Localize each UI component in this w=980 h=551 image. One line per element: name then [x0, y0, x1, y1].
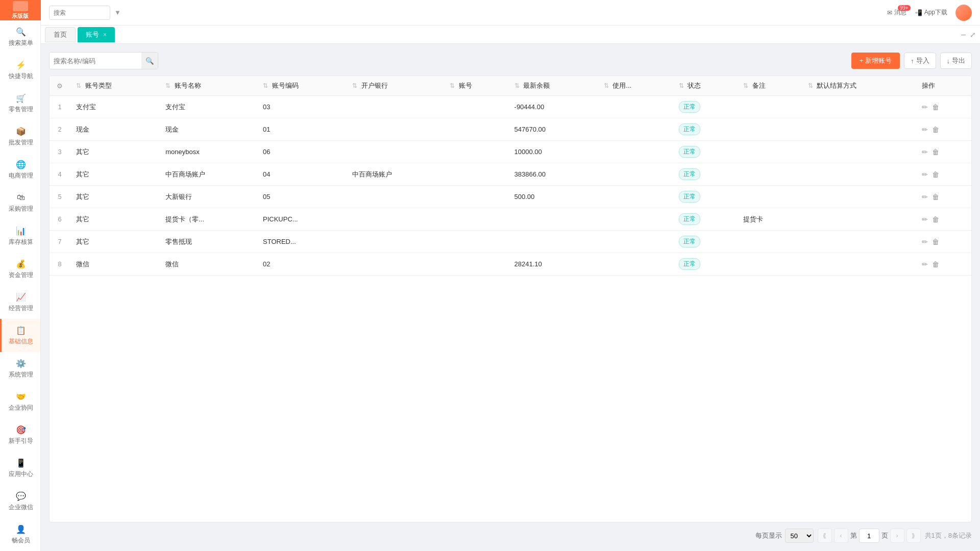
sidebar-item-member[interactable]: 👤 畅会员 [0, 518, 40, 551]
main-area: ▼ ✉ 消息 99+ 📲 App下载 首页 账号 × – ⤢ [41, 0, 980, 551]
col-status-label: 状态 [688, 82, 701, 89]
col-balance[interactable]: ⇅ 最新余额 [508, 76, 598, 96]
row-num: 5 [50, 186, 70, 208]
sidebar-item-label: 搜索菜单 [9, 39, 33, 47]
sidebar-item-label: 零售管理 [9, 105, 33, 114]
col-status[interactable]: ⇅ 状态 [673, 76, 738, 96]
sidebar-item-search-menu[interactable]: 🔍 搜索菜单 [0, 20, 40, 54]
topbar-right: ✉ 消息 99+ 📲 App下载 [887, 5, 972, 21]
tab-expand-icon[interactable]: ⤢ [970, 31, 976, 39]
row-code: PICKUPC... [257, 208, 346, 231]
edit-icon[interactable]: ✏ [922, 170, 928, 179]
row-remark [737, 253, 802, 276]
row-action: ✏ 🗑 [916, 118, 971, 141]
sidebar-item-ops-mgmt[interactable]: 📈 经营管理 [0, 286, 40, 319]
delete-icon[interactable]: 🗑 [932, 103, 939, 111]
sidebar-item-basic-info[interactable]: 📋 基础信息 [0, 319, 40, 352]
sidebar-item-retail-mgmt[interactable]: 🛒 零售管理 [0, 87, 40, 120]
import-label: 导入 [916, 56, 929, 65]
col-code[interactable]: ⇅ 账号编码 [257, 76, 346, 96]
status-badge: 正常 [679, 236, 700, 247]
tab-account[interactable]: 账号 × [78, 27, 115, 42]
sidebar-item-ecommerce-mgmt[interactable]: 🌐 电商管理 [0, 153, 40, 186]
tab-home[interactable]: 首页 [45, 27, 76, 42]
tabs-bar: 首页 账号 × – ⤢ [41, 26, 980, 44]
edit-icon[interactable]: ✏ [922, 148, 928, 156]
row-status: 正常 [673, 231, 738, 253]
logo-icon [13, 1, 28, 11]
sidebar-item-wholesale-mgmt[interactable]: 📦 批发管理 [0, 120, 40, 153]
sidebar-item-sys-mgmt[interactable]: ⚙️ 系统管理 [0, 352, 40, 385]
prev-page-button[interactable]: ‹ [834, 529, 848, 543]
row-bank [346, 186, 444, 208]
row-action: ✏ 🗑 [916, 253, 971, 276]
message-button[interactable]: ✉ 消息 99+ [887, 8, 906, 17]
edit-icon[interactable]: ✏ [922, 193, 928, 201]
row-remark [737, 141, 802, 163]
row-status: 正常 [673, 163, 738, 186]
sidebar-item-enterprise-wechat[interactable]: 💬 企业微信 [0, 485, 40, 518]
sidebar-item-enterprise-agreement[interactable]: 🤝 企业协同 [0, 385, 40, 418]
search-button[interactable]: 🔍 [141, 53, 158, 69]
row-name: 现金 [159, 118, 257, 141]
avatar[interactable] [955, 5, 972, 21]
per-page-select[interactable]: 50 100 200 [785, 529, 814, 543]
col-bank[interactable]: ⇅ 开户银行 [346, 76, 444, 96]
row-usage [598, 118, 673, 141]
total-info: 共1页，8条记录 [925, 531, 972, 540]
delete-icon[interactable]: 🗑 [932, 148, 939, 156]
topbar-dropdown-icon[interactable]: ▼ [114, 9, 121, 16]
edit-icon[interactable]: ✏ [922, 238, 928, 246]
row-balance: 10000.00 [508, 141, 598, 163]
export-button[interactable]: ↓ 导出 [940, 53, 972, 69]
sidebar-item-purchase-mgmt[interactable]: 🛍 采购管理 [0, 186, 40, 219]
sidebar-item-label: 电商管理 [9, 171, 33, 180]
sidebar-item-quick-nav[interactable]: ⚡ 快捷导航 [0, 54, 40, 87]
next-page-button[interactable]: › [890, 529, 904, 543]
inventory-icon: 📊 [16, 226, 26, 236]
new-account-button[interactable]: + 新增账号 [851, 53, 900, 69]
col-settings[interactable]: ⚙ [50, 76, 70, 96]
import-button[interactable]: ↑ 导入 [904, 53, 936, 69]
sidebar-item-capital-mgmt[interactable]: 💰 资金管理 [0, 253, 40, 286]
delete-icon[interactable]: 🗑 [932, 193, 939, 201]
tab-close-icon[interactable]: × [103, 31, 107, 38]
delete-icon[interactable]: 🗑 [932, 126, 939, 134]
edit-icon[interactable]: ✏ [922, 126, 928, 134]
first-page-button[interactable]: ⟪ [818, 529, 832, 543]
row-balance: 500.00 [508, 186, 598, 208]
ops-icon: 📈 [16, 292, 26, 302]
delete-icon[interactable]: 🗑 [932, 260, 939, 268]
member-icon: 👤 [16, 524, 26, 534]
sidebar-item-app-center[interactable]: 📱 应用中心 [0, 452, 40, 485]
delete-icon[interactable]: 🗑 [932, 170, 939, 179]
row-status: 正常 [673, 208, 738, 231]
col-default-settlement[interactable]: ⇅ 默认结算方式 [802, 76, 916, 96]
search-input[interactable] [50, 53, 141, 69]
row-name: 中百商场账户 [159, 163, 257, 186]
col-usage[interactable]: ⇅ 使用... [598, 76, 673, 96]
col-type[interactable]: ⇅ 账号类型 [70, 76, 159, 96]
app-download-button[interactable]: 📲 App下载 [915, 8, 947, 17]
last-page-button[interactable]: ⟫ [906, 529, 921, 543]
edit-icon[interactable]: ✏ [922, 260, 928, 268]
page-input[interactable] [859, 529, 879, 543]
tab-account-label: 账号 [86, 30, 99, 39]
app-download-icon: 📲 [915, 9, 922, 16]
col-name[interactable]: ⇅ 账号名称 [159, 76, 257, 96]
sidebar-item-newbie-guide[interactable]: 🎯 新手引导 [0, 418, 40, 452]
edit-icon[interactable]: ✏ [922, 215, 928, 223]
col-remark[interactable]: ⇅ 备注 [737, 76, 802, 96]
delete-icon[interactable]: 🗑 [932, 238, 939, 246]
topbar-search-input[interactable] [49, 6, 110, 20]
tab-minimize-icon[interactable]: – [961, 30, 966, 39]
sidebar-item-label: 企业协同 [9, 404, 33, 412]
row-code: 03 [257, 96, 346, 118]
delete-icon[interactable]: 🗑 [932, 215, 939, 223]
row-status: 正常 [673, 96, 738, 118]
status-badge: 正常 [679, 146, 700, 158]
col-account[interactable]: ⇅ 账号 [444, 76, 508, 96]
edit-icon[interactable]: ✏ [922, 103, 928, 111]
row-bank [346, 231, 444, 253]
sidebar-item-inventory[interactable]: 📊 库存核算 [0, 219, 40, 253]
